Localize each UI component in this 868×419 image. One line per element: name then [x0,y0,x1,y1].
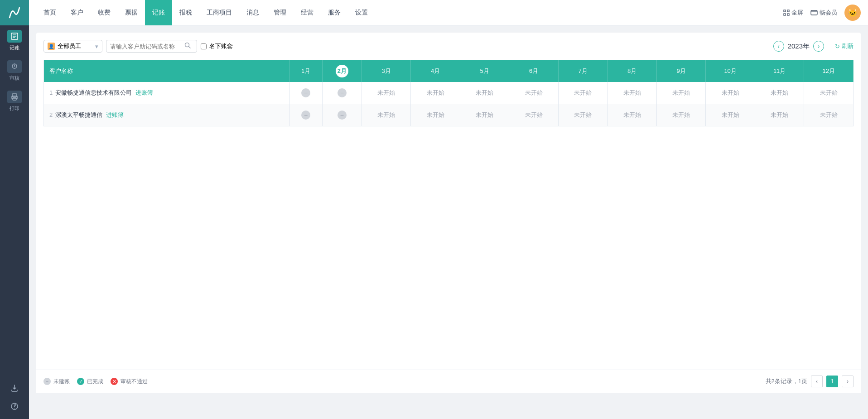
status-not-started: 未开始 [771,111,788,118]
search-input[interactable] [110,43,183,50]
sidebar-item-ledger-label: 记账 [10,44,19,51]
status-dot-not-built: − [338,88,347,97]
col-header-feb: 2月 [322,60,362,82]
nav-settings[interactable]: 设置 [348,0,375,25]
status-not-started: 未开始 [377,89,395,96]
subordinate-label: 名下账套 [209,42,233,50]
cell-month-4: 未开始 [411,104,460,126]
cell-month-12: 未开始 [804,104,854,126]
next-year-button[interactable]: › [813,41,824,52]
cell-month-2[interactable]: − [322,104,362,126]
sidebar-item-audit-label: 审核 [10,75,19,82]
sidebar-item-print-label: 打印 [10,105,19,112]
status-not-started: 未开始 [377,111,395,118]
sidebar-item-audit[interactable]: 审核 [0,56,29,86]
status-not-started: 未开始 [427,111,444,118]
status-not-started: 未开始 [574,89,592,96]
col-header-sep: 9月 [656,60,706,82]
status-not-started: 未开始 [820,111,838,118]
nav-home[interactable]: 首页 [36,0,63,25]
sidebar-item-download[interactable] [0,380,29,396]
nav-billing[interactable]: 收费 [91,0,118,25]
row-num: 1 [49,89,53,96]
col-header-oct: 10月 [706,60,755,82]
chevron-down-icon: ▾ [95,43,98,50]
active-month-indicator: 2月 [336,65,348,77]
table-row: 1安徽畅捷通信息技术有限公司进账簿−−未开始未开始未开始未开始未开始未开始未开始… [44,82,854,104]
cell-month-2[interactable]: − [322,82,362,104]
nav-message[interactable]: 消息 [239,0,266,25]
employee-select[interactable]: 👤 全部员工 ▾ [43,40,102,53]
status-not-started: 未开始 [525,111,543,118]
prev-page-button[interactable]: ‹ [811,376,823,387]
user-avatar[interactable]: 🐱 [844,5,861,21]
next-page-button[interactable]: › [842,376,854,387]
enter-ledger-link[interactable]: 进账簿 [106,111,124,118]
pagination: 共2条记录，1页 ‹ 1 › [766,376,854,387]
cell-month-7: 未开始 [558,104,608,126]
nav-manage[interactable]: 管理 [266,0,294,25]
page-content: 👤 全部员工 ▾ 名下账套 ‹ 2023年 › [29,25,868,419]
nav-ledger[interactable]: 记账 [145,0,172,25]
prev-year-button[interactable]: ‹ [773,41,784,52]
col-header-may: 5月 [460,60,509,82]
cell-month-11: 未开始 [755,82,804,104]
main-content: 首页 客户 收费 票据 记账 报税 工商项目 消息 管理 经营 服务 设置 全屏… [29,0,868,419]
client-name: 漯澳太平畅捷通信 [55,111,102,118]
legend-done: ✓ 已完成 [77,378,103,385]
nav-invoice[interactable]: 票据 [118,0,145,25]
sidebar-item-print[interactable]: 打印 [0,86,29,116]
legend-rejected: ✕ 审核不通过 [111,378,148,385]
sidebar-item-support[interactable] [0,398,29,414]
refresh-button[interactable]: ↻ 刷新 [835,42,854,50]
nav-operation[interactable]: 经营 [294,0,321,25]
status-not-started: 未开始 [476,111,493,118]
nav-service[interactable]: 服务 [321,0,348,25]
status-not-started: 未开始 [525,89,543,96]
sidebar-item-ledger[interactable]: 记账 [0,25,29,56]
table-header-row: 客户名称 1月 2月 3月 4月 5月 6月 7月 8月 9月 10月 [44,60,854,82]
cell-month-8: 未开始 [608,82,657,104]
page-1-button[interactable]: 1 [826,376,838,387]
col-header-name: 客户名称 [44,60,290,82]
fullscreen-button[interactable]: 全屏 [783,9,803,17]
svg-rect-16 [811,10,817,15]
svg-rect-12 [784,10,786,12]
member-button[interactable]: 畅会员 [810,9,837,17]
svg-point-11 [14,408,15,409]
cell-month-6: 未开始 [509,104,559,126]
refresh-label: 刷新 [842,42,854,50]
cell-month-1[interactable]: − [289,82,322,104]
status-not-started: 未开始 [427,89,444,96]
cell-month-6: 未开始 [509,82,559,104]
pagination-info: 共2条记录，1页 [766,377,807,385]
status-not-started: 未开始 [771,89,788,96]
status-dot-not-built: − [301,88,310,97]
cell-month-4: 未开始 [411,82,460,104]
cell-month-12: 未开始 [804,82,854,104]
refresh-icon: ↻ [835,43,840,50]
nav-clients[interactable]: 客户 [63,0,91,25]
cell-month-1[interactable]: − [289,104,322,126]
nav-items: 首页 客户 收费 票据 记账 报税 工商项目 消息 管理 经营 服务 设置 [36,0,783,25]
svg-rect-15 [787,14,789,15]
svg-rect-14 [784,14,786,15]
subordinate-checkbox-wrap[interactable]: 名下账套 [201,42,233,50]
table-row: 2漯澳太平畅捷通信进账簿−−未开始未开始未开始未开始未开始未开始未开始未开始未开… [44,104,854,126]
col-header-apr: 4月 [411,60,460,82]
search-button[interactable] [183,42,193,50]
status-not-started: 未开始 [623,111,641,118]
enter-ledger-link[interactable]: 进账簿 [135,89,153,96]
nav-business[interactable]: 工商项目 [199,0,239,25]
nav-tax[interactable]: 报税 [172,0,199,25]
logo[interactable] [0,0,29,25]
cell-client-name: 2漯澳太平畅捷通信进账簿 [44,104,290,126]
svg-rect-13 [787,10,789,12]
status-not-started: 未开始 [476,89,493,96]
cell-month-5: 未开始 [460,82,509,104]
search-wrap [106,40,197,53]
top-nav: 首页 客户 收费 票据 记账 报税 工商项目 消息 管理 经营 服务 设置 全屏… [29,0,868,25]
cell-month-3: 未开始 [362,104,411,126]
cell-month-9: 未开始 [656,82,706,104]
subordinate-checkbox[interactable] [201,43,207,49]
